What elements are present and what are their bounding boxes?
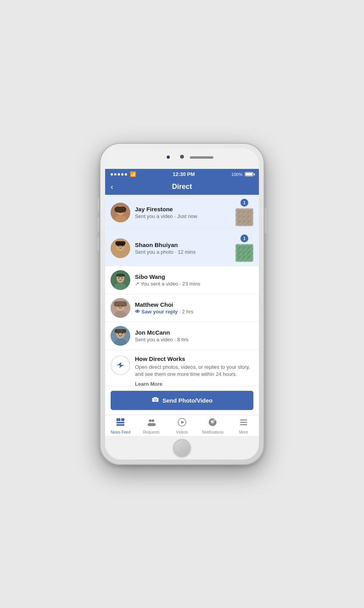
- how-direct-section: How Direct Works Open direct photos, vid…: [105, 350, 259, 386]
- news-feed-label: News Feed: [111, 430, 131, 434]
- svg-point-41: [151, 423, 156, 426]
- how-direct-content: How Direct Works Open direct photos, vid…: [135, 355, 253, 386]
- camera-lens: [180, 155, 184, 159]
- tab-requests[interactable]: Requests: [136, 418, 166, 434]
- avatar-sibo: [111, 270, 130, 290]
- phone-top-bar: [105, 148, 259, 169]
- tab-more[interactable]: More: [228, 418, 259, 434]
- tab-notifications[interactable]: Notifications: [197, 418, 228, 434]
- message-name-shaon: Shaon Bhuiyan: [135, 242, 232, 248]
- svg-rect-36: [116, 422, 124, 423]
- send-photo-video-button[interactable]: Send Photo/Video: [111, 391, 253, 410]
- battery-icon: [245, 172, 253, 176]
- svg-rect-18: [116, 274, 125, 277]
- svg-point-45: [213, 419, 216, 421]
- svg-point-33: [155, 399, 156, 401]
- message-content-matthew: Matthew Choi 👁 Saw your reply · 2 hrs: [135, 301, 253, 315]
- message-list: Jay Firestone Sent you a video · Just no…: [105, 195, 259, 386]
- status-left: 📶: [111, 171, 136, 177]
- message-item-jay[interactable]: Jay Firestone Sent you a video · Just no…: [105, 195, 259, 231]
- svg-point-16: [118, 278, 120, 279]
- requests-icon: [147, 418, 156, 429]
- phone-bottom-bar: [105, 436, 259, 460]
- message-item-sibo[interactable]: Sibo Wang ↗ You sent a video · 23 mins: [105, 266, 259, 294]
- avatar-jay: [111, 203, 130, 222]
- videos-label: Videos: [176, 430, 188, 434]
- signal-dot-2: [114, 173, 116, 176]
- how-direct-title: How Direct Works: [135, 355, 253, 362]
- more-label: More: [239, 430, 248, 434]
- svg-point-38: [149, 419, 151, 422]
- thumb-preview-jay: [235, 208, 253, 226]
- message-content-jon: Jon McCann Sent you a video · 8 hrs: [135, 329, 253, 342]
- saw-reply-text: 👁 Saw your reply: [135, 309, 178, 315]
- avatar-shaon: [111, 238, 130, 258]
- status-right: 100%: [231, 172, 253, 177]
- unread-badge-shaon: 1: [240, 234, 248, 242]
- message-preview-shaon: Sent you a photo · 12 mins: [135, 249, 232, 255]
- message-content-shaon: Shaon Bhuiyan Sent you a photo · 12 mins: [135, 242, 232, 255]
- send-button-label: Send Photo/Video: [162, 397, 213, 404]
- message-item-matthew[interactable]: Matthew Choi 👁 Saw your reply · 2 hrs: [105, 294, 259, 322]
- phone-frame: 📶 12:30 PM 100% ‹ Direct: [100, 143, 264, 465]
- battery-percent: 100%: [231, 172, 242, 177]
- screen-content: 📶 12:30 PM 100% ‹ Direct: [105, 169, 259, 436]
- requests-label: Requests: [143, 430, 159, 434]
- camera-icon: [151, 396, 159, 405]
- phone-screen: 📶 12:30 PM 100% ‹ Direct: [105, 148, 259, 460]
- nav-header: ‹ Direct: [105, 179, 259, 195]
- signal-dot-5: [125, 173, 127, 176]
- svg-rect-46: [240, 419, 247, 421]
- message-name-jay: Jay Firestone: [135, 206, 232, 212]
- speaker: [190, 156, 213, 159]
- home-button[interactable]: [173, 439, 191, 456]
- svg-rect-35: [121, 418, 124, 421]
- message-preview-jay: Sent you a video · Just now: [135, 213, 232, 219]
- svg-rect-24: [114, 301, 127, 307]
- message-item-jon[interactable]: Jon McCann Sent you a video · 8 hrs: [105, 322, 259, 350]
- tab-news-feed[interactable]: News Feed: [105, 418, 136, 434]
- back-button[interactable]: ‹: [111, 182, 113, 191]
- thumb-mosaic-shaon: [235, 244, 253, 262]
- svg-point-39: [151, 419, 154, 422]
- message-name-jon: Jon McCann: [135, 329, 253, 336]
- svg-rect-47: [240, 422, 247, 423]
- videos-icon: [177, 418, 187, 429]
- front-camera: [167, 156, 170, 159]
- notifications-label: Notifications: [202, 430, 223, 434]
- signal-dot-1: [111, 173, 113, 176]
- unread-badge-jay: 1: [240, 199, 248, 207]
- message-right-shaon: 1: [235, 234, 253, 262]
- tab-bar: News Feed Requests: [105, 415, 259, 436]
- avatar-jon: [111, 326, 130, 346]
- direct-icon: [111, 355, 130, 375]
- signal-dot-4: [121, 173, 124, 176]
- learn-more-link[interactable]: Learn More: [135, 381, 162, 386]
- svg-rect-34: [116, 418, 120, 421]
- svg-rect-5: [115, 207, 126, 212]
- message-item-shaon[interactable]: Shaon Bhuiyan Sent you a photo · 12 mins…: [105, 231, 259, 266]
- thumb-preview-shaon: [235, 244, 253, 262]
- tab-videos[interactable]: Videos: [167, 418, 197, 434]
- avatar-matthew: [111, 298, 130, 318]
- notifications-icon: [208, 418, 217, 429]
- message-preview-sibo: ↗ You sent a video · 23 mins: [135, 281, 253, 287]
- svg-rect-37: [116, 424, 124, 426]
- svg-rect-30: [115, 329, 126, 333]
- preview-suffix-matthew: · 2 hrs: [178, 309, 193, 315]
- message-content-sibo: Sibo Wang ↗ You sent a video · 23 mins: [135, 273, 253, 287]
- thumb-mosaic-jay: [235, 208, 253, 226]
- wifi-icon: 📶: [130, 171, 136, 177]
- svg-marker-43: [181, 421, 184, 424]
- signal-bars: [111, 173, 127, 176]
- news-feed-icon: [116, 418, 125, 429]
- battery-fill: [246, 173, 253, 176]
- how-direct-description: Open direct photos, videos, or replies t…: [135, 364, 253, 378]
- message-right-jay: 1: [235, 199, 253, 226]
- page-title: Direct: [172, 183, 192, 191]
- more-icon: [239, 418, 248, 429]
- message-name-matthew: Matthew Choi: [135, 301, 253, 308]
- send-button-area: Send Photo/Video: [105, 386, 259, 415]
- status-bar: 📶 12:30 PM 100%: [105, 169, 259, 179]
- signal-dot-3: [118, 173, 120, 176]
